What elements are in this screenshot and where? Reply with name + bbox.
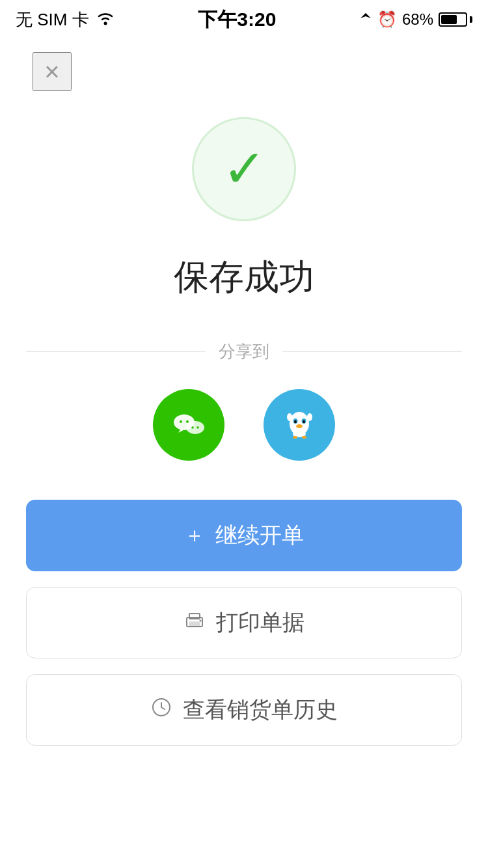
svg-point-12 (296, 424, 303, 428)
svg-rect-14 (293, 436, 297, 439)
svg-point-11 (303, 420, 305, 423)
svg-point-10 (294, 420, 297, 423)
wifi-icon (96, 10, 115, 30)
share-section: 分享到 (26, 340, 462, 461)
svg-point-6 (197, 426, 199, 429)
print-button[interactable]: 打印单据 (26, 587, 462, 658)
history-label: 查看销货单历史 (183, 695, 338, 725)
share-icons (153, 389, 335, 461)
svg-point-0 (103, 21, 107, 25)
svg-point-16 (287, 413, 292, 421)
status-time: 下午3:20 (198, 7, 276, 33)
status-bar: 无 SIM 卡 下午3:20 ⏰ 68% (0, 0, 488, 39)
share-divider: 分享到 (26, 340, 462, 363)
main-content: × ✓ 保存成功 分享到 (0, 39, 488, 868)
continue-label: 继续开单 (215, 521, 304, 550)
divider-line-left (26, 351, 206, 352)
status-left: 无 SIM 卡 (16, 8, 115, 31)
action-buttons: ＋ 继续开单 打印单据 查看销货单历 (26, 500, 462, 746)
close-button[interactable]: × (33, 52, 72, 91)
qq-icon (278, 404, 321, 446)
history-button[interactable]: 查看销货单历史 (26, 674, 462, 746)
svg-point-17 (307, 413, 312, 421)
plus-icon: ＋ (184, 521, 205, 550)
print-icon (183, 609, 206, 636)
svg-point-2 (186, 421, 204, 434)
battery-percent: 68% (402, 10, 433, 29)
svg-point-3 (180, 420, 182, 423)
share-wechat-button[interactable] (153, 389, 224, 461)
success-title: 保存成功 (174, 254, 314, 301)
battery-icon (439, 12, 472, 27)
checkmark-icon: ✓ (223, 143, 266, 195)
share-label: 分享到 (219, 340, 269, 363)
close-icon: × (44, 59, 59, 85)
continue-button[interactable]: ＋ 继续开单 (26, 500, 462, 571)
success-icon-container: ✓ (192, 117, 296, 221)
svg-rect-20 (189, 622, 200, 626)
alarm-icon: ⏰ (377, 10, 397, 29)
svg-point-4 (186, 420, 189, 423)
svg-point-21 (200, 620, 202, 622)
no-sim-label: 无 SIM 卡 (16, 8, 89, 31)
location-icon (359, 10, 372, 29)
divider-line-right (282, 351, 462, 352)
status-right: ⏰ 68% (359, 10, 472, 29)
share-qq-button[interactable] (264, 389, 335, 461)
print-label: 打印单据 (216, 608, 305, 638)
svg-rect-15 (302, 436, 306, 439)
wechat-icon (168, 404, 210, 446)
svg-point-5 (191, 426, 194, 429)
history-icon (150, 696, 172, 724)
